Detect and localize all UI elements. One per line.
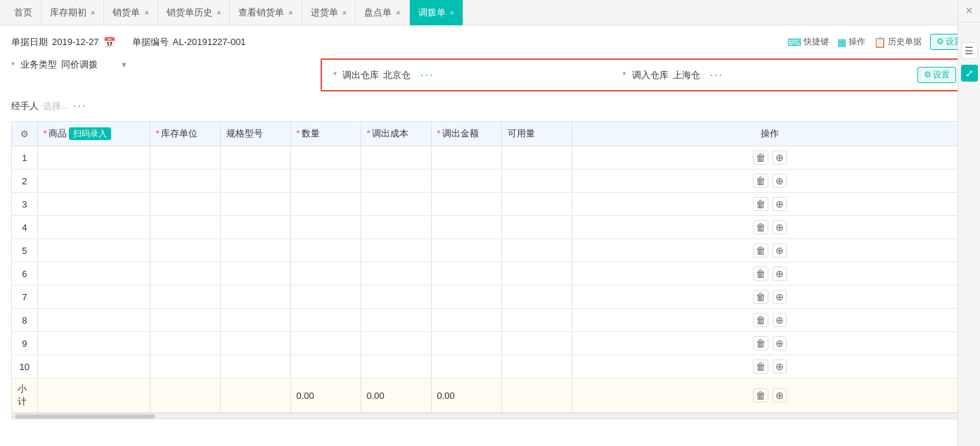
tab-transfer-order[interactable]: 调拨单 × (410, 0, 463, 25)
quantity-cell[interactable] (290, 146, 361, 170)
copy-row-icon[interactable]: ⊕ (773, 197, 787, 211)
delete-row-icon[interactable]: 🗑 (753, 313, 768, 327)
delete-row-icon[interactable]: 🗑 (753, 151, 768, 165)
operator-select[interactable]: 选择... (43, 100, 69, 113)
tab-view-sales[interactable]: 查看销货单 × (230, 0, 302, 25)
copy-row-icon[interactable]: ⊕ (773, 359, 787, 374)
quantity-cell[interactable] (290, 216, 361, 239)
product-cell[interactable] (37, 309, 150, 332)
form-left: * 业务类型 同价调拨 ▼ (11, 58, 321, 71)
copy-row-icon[interactable]: ⊕ (773, 313, 787, 327)
copy-row-icon[interactable]: ⊕ (773, 151, 787, 165)
spec-cell (220, 355, 290, 378)
delete-row-icon[interactable]: 🗑 (753, 359, 768, 374)
tab-close-view-sales[interactable]: × (288, 8, 292, 17)
tab-sales-order[interactable]: 销货单 × (104, 0, 157, 25)
product-cell[interactable] (37, 262, 150, 286)
tab-purchase-order[interactable]: 进货单 × (302, 0, 356, 25)
copy-row-icon[interactable]: ⊕ (773, 243, 787, 257)
right-panel-expand-btn[interactable]: ⤢ (961, 65, 978, 82)
operations-cell: 🗑 ⊕ (572, 262, 968, 286)
horizontal-scrollbar[interactable] (12, 413, 968, 419)
product-cell[interactable] (37, 170, 150, 193)
quantity-cell[interactable] (290, 355, 361, 378)
row-number: 7 (12, 286, 37, 309)
copy-row-icon[interactable]: ⊕ (773, 174, 787, 188)
tab-close-purchase-order[interactable]: × (342, 8, 347, 17)
copy-row-icon[interactable]: ⊕ (773, 220, 787, 234)
transfer-amount-cell (431, 309, 501, 332)
available-cell (501, 332, 572, 355)
subtotal-product (37, 378, 150, 413)
product-cell[interactable] (37, 193, 150, 216)
product-cell[interactable] (37, 286, 150, 309)
product-cell[interactable] (37, 355, 150, 378)
history-action[interactable]: 📋 历史单据 (874, 36, 922, 48)
table-row: 8 🗑 ⊕ (12, 309, 968, 332)
operations-action[interactable]: ▦ 操作 (837, 36, 865, 48)
quantity-cell[interactable] (290, 193, 361, 216)
tab-home[interactable]: 首页 (6, 0, 41, 25)
product-cell[interactable] (37, 146, 150, 170)
tab-close-sales-order[interactable]: × (144, 8, 148, 17)
tab-close-inventory-init[interactable]: × (91, 8, 95, 17)
quantity-cell[interactable] (290, 262, 361, 286)
product-cell[interactable] (37, 332, 150, 355)
delete-row-icon[interactable]: 🗑 (753, 267, 768, 281)
warehouse-settings-button[interactable]: ⚙设置 (917, 67, 956, 83)
transfer-amount-cell (431, 170, 501, 193)
transfer-cost-cell (361, 332, 431, 355)
product-cell[interactable] (37, 216, 150, 239)
table-row: 10 🗑 ⊕ (12, 355, 968, 378)
th-gear[interactable]: ⚙ (12, 122, 37, 146)
quantity-cell[interactable] (290, 286, 361, 309)
spec-cell (220, 216, 290, 239)
tab-close-sales-history[interactable]: × (217, 8, 221, 17)
quantity-cell[interactable] (290, 170, 361, 193)
copy-row-icon[interactable]: ⊕ (773, 336, 787, 350)
calendar-icon[interactable]: 📅 (103, 37, 115, 48)
tab-inventory-count[interactable]: 盘点单 × (356, 0, 409, 25)
available-cell (501, 262, 572, 286)
transfer-amount-cell (431, 355, 501, 378)
tab-inventory-init[interactable]: 库存期初 × (41, 0, 104, 25)
quantity-cell[interactable] (290, 239, 361, 262)
transfer-cost-cell (361, 170, 431, 193)
business-type-dropdown-icon: ▼ (120, 60, 128, 69)
copy-row-icon[interactable]: ⊕ (773, 290, 787, 304)
subtotal-delete-icon[interactable]: 🗑 (753, 388, 768, 402)
delete-row-icon[interactable]: 🗑 (753, 243, 768, 257)
row-number: 1 (12, 146, 37, 170)
close-window-button[interactable]: × (958, 0, 980, 23)
spec-cell (220, 170, 290, 193)
delete-row-icon[interactable]: 🗑 (753, 220, 768, 234)
delete-row-icon[interactable]: 🗑 (753, 336, 768, 350)
copy-row-icon[interactable]: ⊕ (773, 267, 787, 281)
table-row: 6 🗑 ⊕ (12, 262, 968, 286)
scan-barcode-button[interactable]: 扫码录入 (69, 127, 111, 140)
tab-close-transfer-order[interactable]: × (450, 8, 454, 17)
available-cell (501, 239, 572, 262)
tab-close-inventory-count[interactable]: × (396, 8, 400, 17)
product-cell[interactable] (37, 239, 150, 262)
quantity-cell[interactable] (290, 332, 361, 355)
transfer-cost-cell (361, 239, 431, 262)
operator-more-btn[interactable]: ··· (73, 100, 86, 113)
quantity-cell[interactable] (290, 309, 361, 332)
tab-sales-history[interactable]: 销货单历史 × (158, 0, 230, 25)
business-type-select[interactable]: 同价调拨 ▼ (61, 58, 128, 71)
transfer-out-more[interactable]: ··· (420, 69, 434, 82)
transfer-in-block: * 调入仓库 上海仓 ··· (623, 69, 913, 82)
table-row: 4 🗑 ⊕ (12, 216, 968, 239)
delete-row-icon[interactable]: 🗑 (753, 197, 768, 211)
subtotal-copy-icon[interactable]: ⊕ (773, 388, 787, 402)
shortcut-action[interactable]: ⌨ 快捷键 (787, 36, 829, 48)
operations-cell: 🗑 ⊕ (572, 332, 968, 355)
transfer-in-more[interactable]: ··· (710, 69, 723, 82)
settings-icon: ⚙ (936, 37, 944, 46)
scrollbar-thumb[interactable] (15, 414, 155, 419)
delete-row-icon[interactable]: 🗑 (753, 290, 768, 304)
delete-row-icon[interactable]: 🗑 (753, 174, 768, 188)
right-panel-list-btn[interactable]: ☰ (961, 42, 978, 59)
available-cell (501, 146, 572, 170)
